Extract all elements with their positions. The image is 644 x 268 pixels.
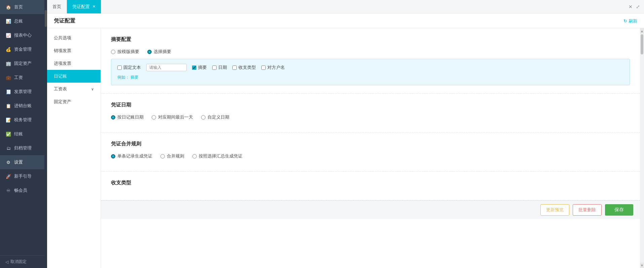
sidebar-item-label: 固定资产	[14, 60, 32, 66]
sidebar-item-label: 总账	[14, 18, 23, 24]
sidebar-item-label: 首页	[14, 4, 23, 10]
tab-close-icon[interactable]: ✕	[92, 4, 96, 9]
fixed-text-checkbox-label[interactable]: 固定文本	[117, 64, 141, 71]
guide-icon: 🚀	[5, 173, 11, 179]
archive-icon: 🗂	[5, 145, 11, 151]
sidebar-item-ledger[interactable]: 📊 总账	[0, 14, 44, 28]
merge-rules-radio-group: 单条记录生成凭证 合并规则 按照选择汇总生成凭证	[111, 153, 630, 159]
template-radio[interactable]	[111, 50, 115, 54]
template-radio-label[interactable]: 按模版摘要	[111, 49, 139, 55]
sidebar: 🏠 首页 📊 总账 📈 报表中心 💰 资金管理 🏢 固定资产 💼 工资 🧾 发票…	[0, 0, 44, 268]
sidebar-item-invoice-mgmt[interactable]: 🧾 发票管理	[0, 85, 44, 99]
save-button[interactable]: 保存	[605, 204, 633, 216]
select-radio[interactable]	[147, 50, 152, 54]
summary-section: 摘要配置 按模版摘要 选择摘要 固定文本	[101, 28, 640, 94]
counterpart-checkbox-text: 对方户名	[267, 64, 285, 71]
sidebar-item-label: 税务管理	[14, 117, 32, 123]
sidebar-item-archive[interactable]: 🗂 归档管理	[0, 141, 44, 155]
last-day-text: 对应期间最后一天	[158, 114, 193, 120]
counterpart-checkbox-label[interactable]: 对方户名	[261, 64, 285, 71]
left-nav-purchase-invoice-label: 进项发票	[54, 60, 71, 66]
fixed-text-checkbox[interactable]	[117, 65, 122, 70]
left-nav: 公共选项 销项发票 进项发票 日记账 工资表 ∨ 固定资产	[47, 28, 101, 268]
sidebar-item-assets[interactable]: 🏢 固定资产	[0, 56, 44, 71]
refresh-button[interactable]: ↻ 刷新	[623, 18, 637, 24]
page-title: 凭证配置	[54, 17, 75, 25]
home-icon: 🏠	[5, 4, 11, 10]
left-nav-purchase-invoice[interactable]: 进项发票	[47, 57, 101, 70]
scroll-down-button[interactable]: ▼	[640, 263, 644, 268]
sidebar-item-label: 进销台账	[14, 103, 32, 109]
close-window-icon[interactable]: ✕	[629, 4, 633, 9]
tax-icon: 📝	[5, 117, 11, 123]
by-journal-date-radio[interactable]	[111, 115, 115, 120]
left-nav-journal[interactable]: 日记账	[47, 70, 101, 83]
fixed-text-input[interactable]	[146, 64, 187, 71]
sidebar-item-reports[interactable]: 📈 报表中心	[0, 28, 44, 42]
scroll-track	[640, 34, 644, 263]
by-selection-label[interactable]: 按照选择汇总生成凭证	[192, 153, 242, 159]
funds-icon: 💰	[5, 46, 11, 52]
last-day-radio[interactable]	[152, 115, 156, 120]
batch-delete-button[interactable]: 批量删除	[573, 204, 602, 216]
left-nav-fixed-assets[interactable]: 固定资产	[47, 95, 101, 108]
sidebar-item-vip[interactable]: ♾ 畅会员	[0, 183, 44, 197]
last-day-label[interactable]: 对应期间最后一天	[152, 114, 193, 120]
by-selection-radio[interactable]	[192, 154, 197, 159]
merge-rules-option-label[interactable]: 合并规则	[160, 153, 184, 159]
counterpart-checkbox[interactable]	[261, 65, 266, 70]
example-text: 例如： 摘要	[117, 75, 623, 80]
date-checkbox-label[interactable]: 日期	[212, 64, 227, 71]
sidebar-item-guide[interactable]: 🚀 新手引导	[0, 169, 44, 183]
by-selection-text: 按照选择汇总生成凭证	[199, 153, 242, 159]
sidebar-item-home[interactable]: 🏠 首页	[0, 0, 44, 14]
sidebar-item-funds[interactable]: 💰 资金管理	[0, 42, 44, 56]
by-journal-date-label[interactable]: 按日记账日期	[111, 114, 144, 120]
income-type-title: 收支类型	[111, 180, 630, 186]
select-radio-label[interactable]: 选择摘要	[147, 49, 171, 55]
unpin-button[interactable]: ◁ 取消固定	[0, 255, 44, 268]
reports-icon: 📈	[5, 32, 11, 38]
income-type-checkbox-label[interactable]: 收支类型	[232, 64, 256, 71]
merge-rules-option-text: 合并规则	[167, 153, 184, 159]
sidebar-item-label: 报表中心	[14, 32, 32, 38]
sidebar-item-purchase-sales[interactable]: 📋 进销台账	[0, 99, 44, 113]
sidebar-item-tax[interactable]: 📝 税务管理	[0, 113, 44, 127]
scroll-thumb[interactable]	[641, 34, 643, 54]
left-nav-public[interactable]: 公共选项	[47, 32, 101, 44]
custom-date-label[interactable]: 自定义日期	[201, 114, 229, 120]
settlement-icon: ✅	[5, 131, 11, 137]
custom-date-radio[interactable]	[201, 115, 205, 120]
left-nav-sales-invoice-label: 销项发票	[54, 48, 71, 54]
income-type-checkbox[interactable]	[232, 65, 237, 70]
voucher-date-title: 凭证日期	[111, 102, 630, 108]
content-area: 公共选项 销项发票 进项发票 日记账 工资表 ∨ 固定资产 摘要配置	[47, 28, 644, 268]
single-record-radio[interactable]	[111, 154, 115, 159]
left-nav-sales-invoice[interactable]: 销项发票	[47, 44, 101, 57]
summary-checkbox-label[interactable]: 摘要	[192, 64, 207, 71]
update-preview-button[interactable]: 更新预览	[540, 204, 569, 216]
summary-checkbox[interactable]	[192, 65, 196, 70]
tab-home[interactable]: 首页	[47, 0, 67, 13]
single-record-label[interactable]: 单条记录生成凭证	[111, 153, 152, 159]
date-checkbox[interactable]	[212, 65, 217, 70]
summary-section-title: 摘要配置	[111, 36, 630, 43]
sidebar-item-settings[interactable]: ⚙ 设置	[0, 155, 44, 169]
left-nav-payroll-label: 工资表	[54, 86, 67, 92]
sidebar-item-label: 设置	[14, 159, 23, 165]
scroll-up-button[interactable]: ▲	[640, 28, 644, 34]
left-nav-payroll[interactable]: 工资表 ∨	[47, 83, 101, 95]
maximize-icon[interactable]: ⤢	[636, 4, 640, 9]
by-journal-date-text: 按日记账日期	[117, 114, 144, 120]
tab-voucher-config[interactable]: 凭证配置 ✕	[67, 0, 101, 13]
sidebar-item-label: 畅会员	[14, 187, 27, 193]
sidebar-item-salary[interactable]: 💼 工资	[0, 71, 44, 85]
ledger-icon: 📊	[5, 18, 11, 24]
sidebar-item-settlement[interactable]: ✅ 结账	[0, 127, 44, 141]
merge-rules-option-radio[interactable]	[160, 154, 165, 159]
left-nav-fixed-assets-label: 固定资产	[54, 99, 71, 105]
vip-icon: ♾	[5, 187, 11, 193]
voucher-date-section: 凭证日期 按日记账日期 对应期间最后一天 自定义日期	[101, 94, 640, 133]
sidebar-item-label: 工资	[14, 75, 23, 81]
sidebar-item-label: 结账	[14, 131, 23, 137]
